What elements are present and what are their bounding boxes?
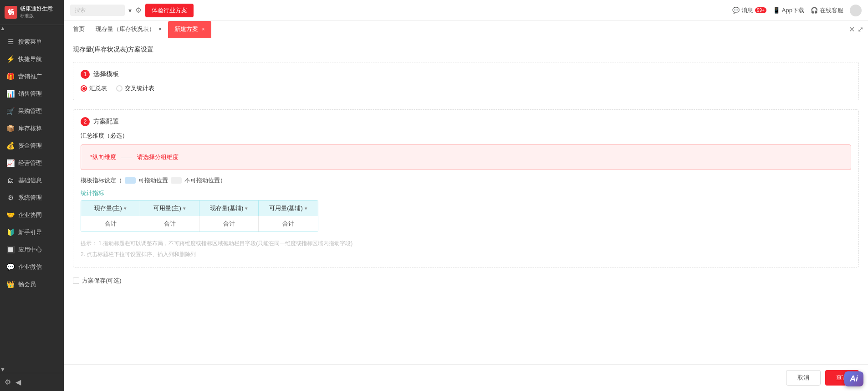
message-icon: 💬 [732, 7, 740, 14]
draggable-badge [125, 177, 136, 184]
sidebar-item-shortcut[interactable]: ⚡ 快捷导航 [0, 51, 64, 68]
sidebar-finance-label: 资金管理 [18, 142, 42, 150]
col-4-chevron: ▾ [305, 206, 307, 211]
topbar-gear-btn[interactable]: ⚙ [135, 6, 142, 15]
purchase-icon: 🛒 [6, 107, 15, 115]
stats-header-row: 现存量(主) ▾ 可用量(主) ▾ 现存量(基辅) ▾ 可用量(基辅) [81, 201, 318, 216]
tab-home[interactable]: 首页 [68, 21, 89, 38]
dimension-box[interactable]: *纵向维度 —— 请选择分组维度 [81, 144, 851, 170]
marketing-icon: 🎁 [6, 72, 15, 81]
sidebar-item-basic-info[interactable]: 🗂 基础信息 [0, 172, 64, 189]
sales-icon: 📊 [6, 90, 15, 98]
radio-cross-label: 交叉统计表 [125, 84, 154, 93]
non-draggable-text: 不可拖动位置） [184, 176, 226, 185]
sidebar-item-app-center[interactable]: 🔲 应用中心 [0, 241, 64, 258]
stats-col-1[interactable]: 现存量(主) ▾ [81, 201, 140, 216]
sidebar-app-center-label: 应用中心 [18, 246, 42, 254]
sidebar-item-search[interactable]: ☰ 搜索菜单 [0, 33, 64, 51]
col-2-label: 可用量(主) [153, 204, 181, 212]
col-4-label: 可用量(基辅) [269, 204, 303, 212]
collapse-footer-btn[interactable]: ◀ [15, 378, 21, 386]
shortcut-icon: ⚡ [6, 55, 15, 63]
sidebar-scroll-up[interactable]: ▲ [0, 25, 64, 31]
app-logo: 畅 畅康通好生意 标准版 [0, 0, 64, 25]
radio-cross[interactable]: 交叉统计表 [116, 84, 154, 93]
sidebar-item-system[interactable]: ⚙ 系统管理 [0, 189, 64, 206]
sidebar-item-marketing[interactable]: 🎁 营销推广 [0, 68, 64, 85]
message-btn[interactable]: 💬 消息 99+ [732, 6, 766, 15]
sidebar-marketing-label: 营销推广 [18, 72, 42, 81]
sidebar-item-membership[interactable]: 👑 畅会员 [0, 276, 64, 293]
cancel-button[interactable]: 取消 [786, 370, 821, 386]
dimension-row: *纵向维度 —— 请选择分组维度 [90, 153, 842, 161]
ai-button[interactable]: Ai [844, 371, 863, 386]
app-edition: 标准版 [20, 13, 53, 19]
sidebar-item-newbie[interactable]: 🔰 新手引导 [0, 224, 64, 241]
online-service-btn[interactable]: 🎧 在线客服 [811, 6, 843, 15]
sidebar-item-cooperation[interactable]: 🤝 企业协同 [0, 206, 64, 224]
sidebar-nav: ☰ 搜索菜单 ⚡ 快捷导航 🎁 营销推广 📊 销售管理 🛒 采购管理 📦 库存核… [0, 31, 64, 366]
topbar-search[interactable]: 搜索 [70, 5, 125, 16]
sidebar-scroll-down[interactable]: ▼ [0, 366, 64, 373]
tab-expand-btn[interactable]: ⤢ [858, 25, 863, 34]
settings-footer-btn[interactable]: ⚙ [5, 378, 11, 386]
industry-btn[interactable]: 体验行业方案 [145, 4, 194, 17]
app-center-icon: 🔲 [6, 246, 15, 254]
tab-new-scheme[interactable]: 新建方案 × [168, 21, 211, 38]
sidebar-footer: ⚙ ◀ [0, 373, 64, 391]
sidebar-item-purchase[interactable]: 🛒 采购管理 [0, 103, 64, 120]
stats-data-3: 合计 [199, 216, 259, 232]
system-icon: ⚙ [6, 194, 15, 202]
sidebar-item-inventory[interactable]: 📦 库存核算 [0, 120, 64, 137]
sidebar-wechat-label: 企业微信 [18, 263, 42, 271]
sidebar-item-sales[interactable]: 📊 销售管理 [0, 85, 64, 103]
management-icon: 📈 [6, 159, 15, 167]
sidebar-item-management[interactable]: 📈 经营管理 [0, 154, 64, 172]
step2-section: 2 方案配置 汇总维度（必选） *纵向维度 —— 请选择分组维度 模板指标设定（… [73, 109, 859, 268]
stats-col-2[interactable]: 可用量(主) ▾ [140, 201, 199, 216]
template-radio-group: 汇总表 交叉统计表 [81, 84, 851, 93]
tab-home-label: 首页 [73, 25, 85, 33]
newbie-icon: 🔰 [6, 228, 15, 237]
col-1-label: 现存量(主) [94, 204, 122, 212]
tip-1: 提示： 1.拖动标题栏可以调整布局，不可跨维度或指标区域拖动栏目字段(只能在同一… [81, 238, 851, 249]
cooperation-icon: 🤝 [6, 211, 15, 219]
tip-2: 2. 点击标题栏下拉可设置排序、插入列和删除列 [81, 249, 851, 260]
app-download-label: App下载 [782, 6, 804, 15]
tips-section: 提示： 1.拖动标题栏可以调整布局，不可跨维度或指标区域拖动栏目字段(只能在同一… [81, 238, 851, 260]
message-label: 消息 [741, 6, 753, 15]
sidebar-shortcut-label: 快捷导航 [18, 55, 42, 63]
indicator-config-label: 模板指标设定（ 可拖动位置 不可拖动位置） [81, 176, 851, 185]
stats-col-4[interactable]: 可用量(基辅) ▾ [259, 201, 318, 216]
stats-title: 统计指标 [81, 189, 851, 197]
topbar: 搜索 ▾ ⚙ 体验行业方案 💬 消息 99+ 📱 App下载 🎧 在线客服 [64, 0, 868, 21]
sidebar-item-wechat[interactable]: 💬 企业微信 [0, 258, 64, 276]
step1-header: 1 选择模板 [81, 70, 851, 79]
save-checkbox[interactable] [73, 278, 79, 284]
membership-icon: 👑 [6, 280, 15, 288]
tab-inventory-status[interactable]: 现存量（库存状况表） × [89, 21, 168, 38]
service-icon: 🎧 [811, 7, 818, 14]
col-3-label: 现存量(基辅) [210, 204, 244, 212]
dimension-config-label: 汇总维度（必选） [81, 132, 851, 140]
tab-inventory-close[interactable]: × [158, 26, 162, 32]
sidebar-item-finance[interactable]: 💰 资金管理 [0, 137, 64, 154]
step1-section: 1 选择模板 汇总表 交叉统计表 [73, 62, 859, 100]
tabs-bar: 首页 现存量（库存状况表） × 新建方案 × ✕ ⤢ [64, 21, 868, 38]
sidebar-purchase-label: 采购管理 [18, 107, 42, 115]
basic-info-icon: 🗂 [6, 176, 15, 184]
tab-new-scheme-close[interactable]: × [202, 26, 205, 32]
tab-close-btn[interactable]: ✕ [849, 25, 855, 34]
app-download-btn[interactable]: 📱 App下载 [773, 6, 804, 15]
indicator-label-text: 模板指标设定（ [81, 176, 122, 185]
radio-cross-dot [116, 85, 123, 92]
topbar-right: 💬 消息 99+ 📱 App下载 🎧 在线客服 [732, 5, 862, 16]
sidebar-basic-info-label: 基础信息 [18, 176, 42, 185]
stats-col-3[interactable]: 现存量(基辅) ▾ [199, 201, 259, 216]
stats-section: 统计指标 现存量(主) ▾ 可用量(主) ▾ 现存量(基辅) [81, 189, 851, 233]
user-avatar[interactable] [850, 5, 862, 16]
topbar-dropdown-btn[interactable]: ▾ [128, 7, 132, 14]
stats-data-1: 合计 [81, 216, 140, 232]
sidebar-search-label: 搜索菜单 [18, 38, 42, 46]
radio-summary[interactable]: 汇总表 [81, 84, 107, 93]
